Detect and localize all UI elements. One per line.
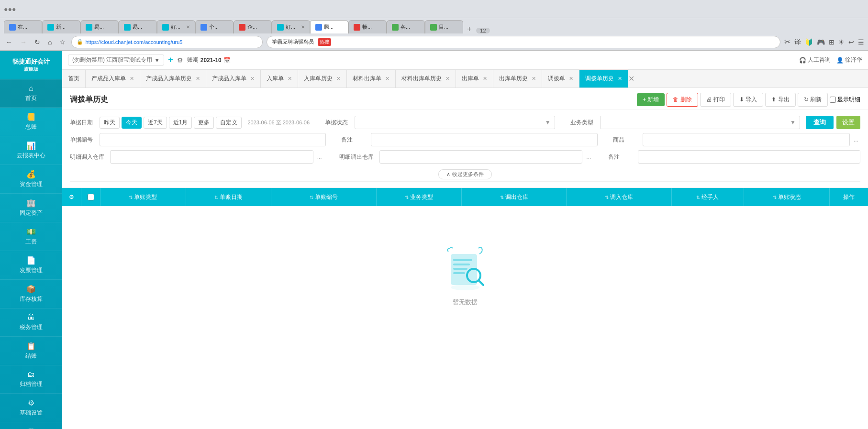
tab-home[interactable]: 首页	[62, 70, 86, 88]
new-tab-button[interactable]: +	[463, 25, 475, 33]
sidebar-item-home[interactable]: ⌂ 首页	[0, 79, 62, 108]
game-icon[interactable]: 🎮	[817, 38, 825, 46]
status-dropdown[interactable]: ▼	[355, 116, 555, 129]
refresh-button[interactable]: ↻ 刷新	[798, 93, 828, 107]
home-button[interactable]: ⌂	[46, 37, 54, 47]
tab-count[interactable]: 12	[476, 28, 490, 33]
sidebar-item-settings[interactable]: ⚙ 基础设置	[0, 394, 62, 422]
tab-prod-in-hist[interactable]: 产成品入库单历史 ✕	[140, 70, 206, 88]
sidebar-item-inventory[interactable]: 📦 库存核算	[0, 280, 62, 308]
add-button[interactable]: + 新增	[637, 93, 665, 106]
company-selector[interactable]: (勿删勿禁用) 江西服宝测试专用 ▼	[68, 55, 164, 66]
reload-button[interactable]: ↻	[33, 37, 42, 47]
detail-out-input[interactable]	[379, 150, 583, 164]
date-1month-btn[interactable]: 近1月	[169, 117, 192, 129]
tab-in-order-close[interactable]: ✕	[288, 76, 292, 82]
user-button[interactable]: 👤 徐泽华	[836, 56, 862, 64]
tab-mat-out-hist[interactable]: 材料出库单历史 ✕	[396, 70, 456, 88]
tab-prod-in2-close[interactable]: ✕	[250, 76, 255, 82]
sort-type-icon[interactable]: ⇅	[129, 195, 133, 200]
tab-prod-in[interactable]: 产成品入库单 ✕	[86, 70, 140, 88]
browser-tab-1[interactable]: 在...	[4, 20, 42, 33]
detail-in-dots-btn[interactable]: ...	[315, 154, 324, 160]
tab-transfer-close[interactable]: ✕	[569, 76, 573, 82]
remark-input[interactable]	[371, 133, 597, 146]
tab-out-order[interactable]: 出库单 ✕	[456, 70, 493, 88]
remark2-input[interactable]	[638, 150, 860, 164]
th-gear[interactable]: ⚙	[62, 188, 81, 206]
scissors-icon[interactable]: ✂	[784, 37, 790, 46]
sort-biz-icon[interactable]: ⇅	[405, 195, 409, 200]
browser-tab-3[interactable]: 易...	[80, 20, 119, 33]
tab-mat-out[interactable]: 材料出库单 ✕	[347, 70, 396, 88]
browser-tab-9[interactable]: 腾...	[310, 20, 348, 33]
sort-handler-icon[interactable]: ⇅	[696, 195, 700, 200]
calendar-icon[interactable]: 📅	[223, 57, 231, 64]
tab-transfer[interactable]: 调拨单 ✕	[542, 70, 579, 88]
sort-out-icon[interactable]: ⇅	[500, 195, 504, 200]
browser-tab-5[interactable]: 好... ✕	[157, 20, 195, 33]
sidebar-item-guide[interactable]: 📖 新手引导	[0, 422, 62, 429]
translate-icon[interactable]: 译	[794, 38, 801, 46]
goods-input[interactable]	[643, 133, 850, 146]
th-check[interactable]	[81, 188, 100, 206]
tab-mat-out-close[interactable]: ✕	[385, 76, 389, 82]
tab-prod-in2[interactable]: 产成品入库单 ✕	[206, 70, 261, 88]
browser-tab-7[interactable]: 企...	[234, 20, 272, 33]
sidebar-item-closing[interactable]: 📋 结账	[0, 337, 62, 365]
grid-icon[interactable]: ⊞	[829, 38, 835, 46]
biz-type-dropdown[interactable]: ▼	[600, 116, 800, 129]
detail-in-input[interactable]	[110, 150, 313, 164]
close-all-tabs-button[interactable]: ✕	[628, 74, 634, 83]
date-yesterday-btn[interactable]: 昨天	[100, 117, 120, 129]
sort-no-icon[interactable]: ⇅	[310, 195, 313, 200]
browser-tab-10[interactable]: 畅...	[348, 20, 387, 33]
back-button[interactable]: ←	[4, 37, 14, 47]
tab-out-hist-close[interactable]: ✕	[532, 76, 536, 82]
browser-tab-6[interactable]: 个...	[195, 20, 234, 33]
date-custom-btn[interactable]: 自定义	[216, 117, 242, 129]
tab-transfer-hist[interactable]: 调拨单历史 ✕	[579, 70, 628, 88]
goods-dots-btn[interactable]: ...	[852, 136, 860, 143]
sidebar-item-ledger[interactable]: 📒 总账	[0, 108, 62, 136]
undo-icon[interactable]: ↩	[848, 38, 854, 46]
order-no-input[interactable]	[100, 133, 326, 146]
service-button[interactable]: 🎧 人工咨询	[799, 56, 831, 64]
date-7days-btn[interactable]: 近7天	[144, 117, 167, 129]
export-button[interactable]: ⬆ 导出	[765, 93, 795, 107]
tab-in-order[interactable]: 入库单 ✕	[261, 70, 298, 88]
tab-prod-in-close[interactable]: ✕	[130, 76, 134, 82]
display-cols-toggle[interactable]: 显示明细	[830, 96, 860, 104]
import-button[interactable]: ⬇ 导入	[733, 93, 763, 107]
sidebar-item-payroll[interactable]: 💵 工资	[0, 222, 62, 251]
sidebar-item-tax[interactable]: 🏛 税务管理	[0, 308, 62, 337]
tab-transfer-hist-close[interactable]: ✕	[618, 76, 622, 82]
theme-icon[interactable]: ☀	[838, 38, 845, 46]
date-today-btn[interactable]: 今天	[122, 117, 142, 129]
sort-date-icon[interactable]: ⇅	[214, 195, 218, 200]
extension-icon[interactable]: 🔰	[805, 38, 813, 46]
add-company-button[interactable]: +	[168, 55, 173, 65]
sidebar-item-assets[interactable]: 🏢 固定资产	[0, 194, 62, 222]
display-cols-checkbox[interactable]	[830, 97, 836, 103]
collapse-button[interactable]: ∧ 收起更多条件	[438, 169, 492, 179]
date-more-btn[interactable]: 更多	[194, 117, 214, 129]
company-settings-icon[interactable]: ⚙	[177, 56, 183, 64]
sidebar-item-archive[interactable]: 🗂 归档管理	[0, 365, 62, 394]
menu-icon[interactable]: ☰	[858, 38, 864, 46]
bookmark-button[interactable]: ☆	[57, 37, 67, 47]
search-bar[interactable]: 学霸应聘场驱鸟员 热搜	[267, 36, 780, 48]
forward-button[interactable]: →	[18, 37, 29, 47]
tab-prod-in-hist-close[interactable]: ✕	[196, 76, 200, 82]
select-all-checkbox[interactable]	[88, 194, 94, 200]
sidebar-item-reports[interactable]: 📊 云报表中心	[0, 136, 62, 165]
gear-header-icon[interactable]: ⚙	[69, 194, 74, 200]
sidebar-item-invoice[interactable]: 📄 发票管理	[0, 251, 62, 280]
sort-status-icon[interactable]: ⇅	[773, 195, 777, 200]
browser-tab-11[interactable]: 各...	[387, 20, 425, 33]
tab-out-hist[interactable]: 出库单历史 ✕	[493, 70, 542, 88]
address-input[interactable]: 🔒 https://cloud.chanjet.com/accounting/u…	[71, 36, 263, 48]
print-button[interactable]: 🖨 打印	[700, 93, 731, 107]
tab-out-order-close[interactable]: ✕	[483, 76, 487, 82]
browser-tab-8[interactable]: 好... ✕	[272, 20, 310, 33]
